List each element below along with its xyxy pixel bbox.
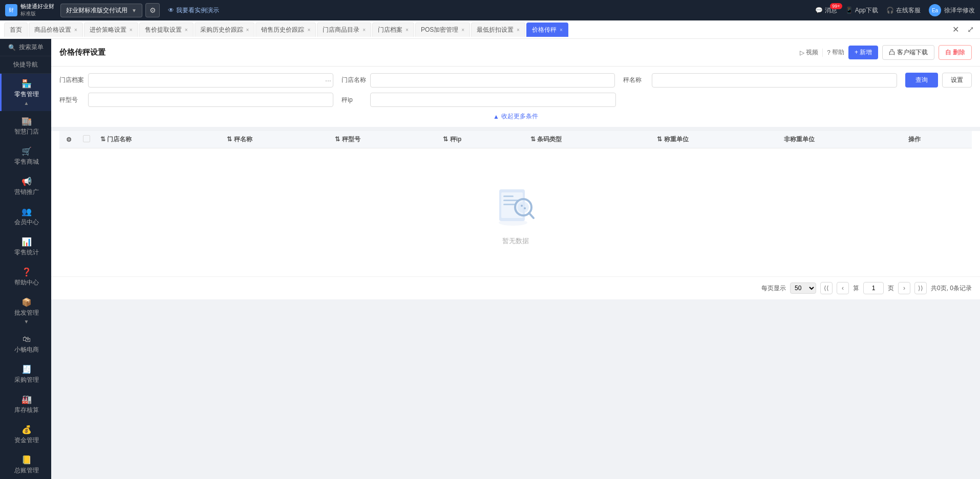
sidebar-item-retail-manage[interactable]: 🏪 零售管理 ▲: [0, 74, 51, 111]
tab-home-label: 首页: [10, 26, 22, 34]
sort-barcode-type-icon[interactable]: ⇅: [530, 136, 536, 143]
demo-link[interactable]: 👁 我要看实例演示: [168, 6, 219, 15]
app-download-button[interactable]: 📱 App下载: [845, 6, 878, 15]
store-file-input[interactable]: [88, 73, 333, 88]
tab-store-catalog[interactable]: 门店商品目录 ×: [317, 23, 371, 37]
video-link[interactable]: ▷ 视频: [800, 48, 818, 57]
sidebar-item-ledger-manage[interactable]: 📒 总账管理: [0, 450, 51, 479]
tab-sale-price[interactable]: 售价提取设置 ×: [139, 23, 194, 37]
scale-model-input[interactable]: [88, 93, 333, 107]
tab-sales-history-close[interactable]: ×: [307, 27, 310, 33]
th-scale-model: ⇅ 秤型号: [330, 131, 438, 148]
tab-pos-manage-close[interactable]: ×: [461, 27, 464, 33]
maximize-icon[interactable]: ⤢: [965, 25, 976, 34]
th-gear[interactable]: ⚙: [59, 131, 78, 148]
ellipsis-icon[interactable]: ···: [325, 76, 331, 84]
tab-price-scale[interactable]: 价格传秤 ×: [526, 23, 568, 37]
tab-purchase-history-close[interactable]: ×: [246, 27, 249, 33]
help-link[interactable]: ? 帮助: [827, 48, 844, 57]
sort-store-name-icon[interactable]: ⇅: [100, 136, 105, 143]
tab-price-scale-close[interactable]: ×: [560, 27, 563, 33]
user-name: 徐泽华修改: [944, 6, 975, 15]
marketing-icon: 📢: [22, 177, 32, 186]
tab-goods-price-close[interactable]: ×: [74, 27, 77, 33]
scale-name-input[interactable]: [652, 73, 897, 88]
tab-purchase-strategy[interactable]: 进价策略设置 ×: [84, 23, 138, 37]
svg-line-8: [529, 213, 534, 218]
download-client-button[interactable]: 凸 客户端下载: [882, 45, 934, 60]
tab-sales-history[interactable]: 销售历史价跟踪 ×: [255, 23, 316, 37]
sidebar-quick-nav[interactable]: 快捷导航: [0, 56, 51, 74]
top-bar-right: 💬 消息 99+ 📱 App下载 🎧 在线客服 Ea 徐泽华修改: [815, 4, 975, 16]
sidebar-item-member-center[interactable]: 👥 会员中心: [0, 202, 51, 232]
top-bar: 财 畅捷通好业财 标准版 好业财标准版交付试用 ▼ ⚙ 👁 我要看实例演示 💬 …: [0, 0, 980, 20]
svg-rect-5: [503, 204, 516, 205]
finance-icon: 💰: [22, 425, 32, 434]
first-page-button[interactable]: ⟨⟨: [820, 282, 833, 294]
sidebar-item-marketing[interactable]: 📢 营销推广: [0, 171, 51, 202]
sort-scale-name-icon[interactable]: ⇅: [227, 136, 232, 143]
search-form-row-1: 门店档案 ··· 门店名称 秤名称 查询 设置: [59, 73, 972, 88]
tab-purchase-strategy-close[interactable]: ×: [130, 27, 133, 33]
th-store-name: ⇅ 门店名称: [95, 131, 222, 148]
close-window-icon[interactable]: ✕: [950, 25, 961, 34]
last-page-button[interactable]: ⟩⟩: [914, 282, 927, 294]
sidebar-search[interactable]: 🔍 搜索菜单: [0, 39, 51, 56]
sidebar-item-purchase-manage[interactable]: 🧾 采购管理: [0, 359, 51, 389]
tab-sales-history-label: 销售历史价跟踪: [261, 26, 304, 34]
tab-min-discount[interactable]: 最低折扣设置 ×: [471, 23, 525, 37]
tab-purchase-history[interactable]: 采购历史价跟踪 ×: [195, 23, 255, 37]
sidebar-item-smart-store[interactable]: 🏬 智慧门店: [0, 111, 51, 141]
page-header: 价格传秤设置 ▷ 视频 ? 帮助 + 新增 凸 客户端下载 自 删: [51, 39, 980, 67]
sort-scale-model-icon[interactable]: ⇅: [335, 136, 340, 143]
tab-store-file-close[interactable]: ×: [406, 27, 409, 33]
sort-scale-ip-icon[interactable]: ⇅: [443, 136, 448, 143]
scale-model-field: 秤型号: [59, 93, 333, 107]
tab-store-catalog-close[interactable]: ×: [363, 27, 366, 33]
tab-goods-price-label: 商品价格设置: [34, 26, 71, 34]
page-unit: 页: [888, 284, 894, 293]
user-area[interactable]: Ea 徐泽华修改: [929, 4, 975, 16]
tab-min-discount-close[interactable]: ×: [517, 27, 520, 33]
settings-icon[interactable]: ⚙: [145, 3, 160, 17]
download-icon: 📱: [845, 7, 853, 14]
query-button[interactable]: 查询: [905, 73, 938, 88]
th-checkbox[interactable]: [78, 131, 95, 148]
app-selector[interactable]: 好业财标准版交付试用 ▼: [60, 4, 142, 17]
scale-ip-input[interactable]: [370, 93, 615, 107]
first-icon: ⟨⟨: [824, 285, 829, 292]
sidebar-item-xiao-chang[interactable]: 🛍 小畅电商: [0, 330, 51, 359]
delete-button[interactable]: 自 删除: [939, 45, 972, 60]
search-icon: 🔍: [8, 44, 16, 51]
online-service-button[interactable]: 🎧 在线客服: [886, 6, 921, 15]
gear-icon: ⚙: [66, 136, 72, 143]
pagination: 每页显示 50 10 20 100 ⟨⟨ ‹ 算 页 › ⟩⟩ 共0页, 0条记…: [51, 276, 980, 299]
add-button[interactable]: + 新增: [848, 46, 878, 59]
per-page-select[interactable]: 50 10 20 100: [790, 282, 816, 294]
notification-button[interactable]: 💬 消息 99+: [815, 6, 837, 15]
settings-query-button[interactable]: 设置: [942, 73, 972, 88]
tab-store-file[interactable]: 门店档案 ×: [372, 23, 414, 37]
sidebar-item-inventory[interactable]: 🏭 库存核算: [0, 389, 51, 420]
next-page-button[interactable]: ›: [898, 282, 910, 294]
sidebar-item-finance-manage[interactable]: 💰 资金管理: [0, 420, 51, 450]
sidebar-item-retail-mall[interactable]: 🛒 零售商城: [0, 141, 51, 171]
collapse-row[interactable]: ▲ 收起更多条件: [59, 112, 972, 121]
page-number-input[interactable]: [863, 282, 884, 294]
tab-sale-price-close[interactable]: ×: [185, 27, 188, 33]
sort-weight-unit-icon[interactable]: ⇅: [657, 136, 662, 143]
tab-pos-manage[interactable]: POS加密管理 ×: [415, 23, 470, 37]
ledger-icon: 📒: [22, 455, 32, 465]
search-form-row-2: 秤型号 秤ip: [59, 93, 972, 107]
sidebar-item-wholesale-manage[interactable]: 📦 批发管理 ▼: [0, 292, 51, 330]
header-checkbox[interactable]: [83, 135, 90, 142]
sidebar-item-label: 零售商城: [14, 158, 39, 166]
sidebar-item-retail-stats[interactable]: 📊 零售统计: [0, 232, 51, 262]
sidebar-item-help-center[interactable]: ❓ 帮助中心: [0, 262, 51, 292]
table-container: ⚙ ⇅ 门店名称 ⇅ 秤名称: [51, 131, 980, 276]
prev-page-button[interactable]: ‹: [837, 282, 849, 294]
tab-home[interactable]: 首页: [4, 23, 28, 37]
avatar: Ea: [929, 4, 941, 16]
store-name-input[interactable]: [370, 73, 615, 88]
tab-goods-price[interactable]: 商品价格设置 ×: [29, 23, 83, 37]
